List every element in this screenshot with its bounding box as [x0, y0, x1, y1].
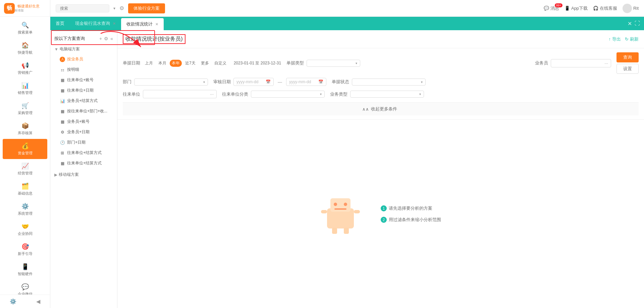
sidebar-collapse-btn[interactable]: ◀ — [36, 298, 40, 305]
tree-item-partner-dept-collect[interactable]: ▦ 按往来单位+部门+收... — [50, 106, 117, 116]
tree-item-partner-settle1[interactable]: ⊞ 往来单位+结算方式 — [50, 148, 117, 158]
tab-home[interactable]: 首页 — [50, 17, 70, 30]
svg-point-3 — [344, 203, 347, 206]
date-tab-7days[interactable]: 近7天 — [183, 60, 198, 67]
partner-more-btn[interactable]: ··· — [210, 92, 214, 97]
sidebar-settings-btn[interactable]: ⚙️ — [10, 298, 16, 305]
tree-item-salesperson-settle[interactable]: 📊 业务员+结算方式 — [50, 96, 117, 106]
export-icon: ↑ — [609, 37, 611, 42]
date-tab-this-month[interactable]: 本月 — [156, 60, 168, 67]
sidebar-label-operations: 经营管理 — [18, 171, 33, 176]
message-button[interactable]: 💬 消息 99+ — [544, 5, 559, 11]
date-range-display: 2023-01-01 至 2023-12-31 — [234, 60, 281, 66]
export-button[interactable]: ↑ 导出 — [609, 36, 621, 42]
filter-setting-button[interactable]: 设置 — [616, 64, 639, 74]
empty-illustration — [320, 192, 361, 236]
tree-item-partner-date[interactable]: ▦ 往来单位+日期 — [50, 85, 117, 96]
sidebar-label-marketing: 营销推广 — [18, 70, 33, 75]
tab-bankflow-close-icon[interactable]: ✕ — [113, 21, 116, 26]
tree-item-salesperson-date[interactable]: ⚙ 业务员+日期 — [50, 127, 117, 137]
doc-status-label: 单据状态 — [332, 79, 349, 85]
tree-item-by-detail[interactable]: ⚏ 按明细 — [50, 64, 117, 75]
biz-type-filter-item: 业务类型 ▾ — [330, 91, 424, 98]
salesperson-more-icon[interactable]: ··· — [604, 61, 608, 66]
sidebar-footer: ⚙️ ◀ — [0, 295, 50, 308]
user-menu-button[interactable]: Rit — [623, 4, 639, 13]
tree-group-desktop-text: 电脑端方案 — [60, 46, 80, 52]
audit-date-start-placeholder: yyyy-mm-dd — [236, 80, 258, 84]
tree-item-partner-settle1-label: 往来单位+结算方式 — [67, 150, 102, 156]
sidebar-item-collab[interactable]: 🤝 企业协同 — [0, 219, 50, 240]
tip-line-2: 2 用过滤条件来缩小分析范围 — [381, 215, 441, 224]
audit-date-start-input[interactable]: yyyy-mm-dd 📅 — [233, 78, 274, 86]
audit-date-end-input[interactable]: yyyy-mm-dd 📅 — [286, 78, 326, 86]
empty-content: 1 请先选择要分析的方案 2 用过滤条件来缩小分析范围 — [320, 192, 441, 236]
app-download-label: App下载 — [571, 5, 588, 11]
partner-dept-icon: ▦ — [60, 109, 65, 114]
sidebar-item-operations[interactable]: 📈 经营管理 — [0, 159, 50, 179]
sidebar-item-basic[interactable]: 🗂️ 基础信息 — [0, 179, 50, 199]
sidebar-item-inventory[interactable]: 📦 库存核算 — [0, 119, 50, 139]
query-button[interactable]: 查询 — [616, 52, 639, 62]
calendar-icon: 📅 — [266, 80, 271, 84]
sidebar-item-wechat[interactable]: 💬 企业微信 — [0, 280, 50, 295]
sidebar-item-search[interactable]: 🔍 搜索菜单 — [0, 18, 50, 38]
empty-tips: 1 请先选择要分析的方案 2 用过滤条件来缩小分析范围 — [381, 204, 441, 224]
add-scheme-icon[interactable]: + — [99, 36, 102, 41]
refresh-button[interactable]: ↻ 刷新 — [625, 36, 639, 42]
tree-item-dept-date[interactable]: 🕐 部门+日期 — [50, 137, 117, 148]
partner-select[interactable]: ··· — [143, 90, 217, 98]
date-tab-more[interactable]: 更多 — [199, 60, 211, 67]
sidebar-item-quicknav[interactable]: 🏠 快捷导航 — [0, 38, 50, 58]
tree-item-salesperson-account-label: 业务员+账号 — [67, 119, 90, 124]
sidebar-item-hardware[interactable]: 📱 智能硬件 — [0, 260, 50, 280]
sidebar-label-quicknav: 快捷导航 — [18, 50, 33, 55]
tree-item-partner-account[interactable]: ▦ 往来单位+账号 — [50, 75, 117, 85]
tree-group-desktop: ▼ 电脑端方案 人 按业务员 ⚏ 按明细 ▦ 往来单位+账号 ▦ 往来单位+ — [50, 44, 117, 168]
biz-type-select[interactable]: ▾ — [350, 91, 424, 98]
online-service-button[interactable]: 🎧 在线客服 — [593, 5, 617, 11]
doc-type-select[interactable]: ▾ — [307, 60, 360, 67]
tab-collection[interactable]: 收款情况统计 ✕ — [121, 18, 164, 30]
doc-status-select[interactable]: ▾ — [352, 79, 426, 86]
search-input[interactable] — [56, 4, 109, 12]
biz-type-arrow-icon: ▾ — [419, 92, 421, 96]
tree-group-mobile-text: 移动端方案 — [59, 172, 79, 177]
sidebar-item-marketing[interactable]: 📢 营销推广 — [0, 58, 50, 79]
maximize-button[interactable]: ⛶ — [635, 20, 640, 27]
salesperson-select[interactable]: ··· — [551, 59, 611, 67]
doc-type-arrow-icon: ▾ — [356, 61, 357, 65]
sidebar-item-sales[interactable]: 📊 销售管理 — [0, 79, 50, 99]
marketing-icon: 📢 — [21, 62, 29, 69]
partner-category-select[interactable]: ▾ — [251, 91, 325, 98]
content-area: 按以下方案查询 + ⚙ « ▼ 电脑端方案 人 按业务员 ⚏ 按 — [50, 30, 644, 308]
sidebar: 畅 畅捷通好生意 标准版 🔍 搜索菜单 🏠 快捷导航 📢 营销推广 📊 销售管理… — [0, 0, 50, 308]
trial-button[interactable]: 体验行业方案 — [128, 3, 165, 13]
tree-item-partner-date-label: 往来单位+日期 — [67, 88, 94, 93]
panel-collapse-icon[interactable]: « — [110, 36, 113, 41]
tree-group-desktop-label[interactable]: ▼ 电脑端方案 — [50, 44, 117, 54]
tree-group-mobile-label[interactable]: ▶ 移动端方案 — [50, 170, 117, 179]
tab-bankflow[interactable]: 现金银行流水查询 ✕ — [70, 17, 121, 30]
settings-icon[interactable]: ⚙ — [119, 5, 124, 11]
scheme-settings-icon[interactable]: ⚙ — [104, 36, 108, 41]
sidebar-item-guide[interactable]: 🎯 新手引导 — [0, 240, 50, 260]
collapse-bar[interactable]: ∧∧ 收起更多条件 — [123, 102, 639, 115]
tab-collection-close-icon[interactable]: ✕ — [155, 22, 158, 27]
date-tab-last-month[interactable]: 上月 — [143, 60, 155, 67]
dept-select[interactable]: ▾ — [134, 79, 208, 86]
sidebar-item-system[interactable]: ⚙️ 系统管理 — [0, 199, 50, 219]
app-download-button[interactable]: 📱 App下载 — [565, 5, 588, 11]
dropdown-arrow-icon[interactable]: ▾ — [113, 6, 115, 11]
sidebar-item-purchase[interactable]: 🛒 采购管理 — [0, 99, 50, 119]
date-tab-custom[interactable]: 自定义 — [212, 60, 228, 67]
tree-item-partner-settle2[interactable]: ▦ 往来单位+结算方式 — [50, 158, 117, 168]
sidebar-nav: 🔍 搜索菜单 🏠 快捷导航 📢 营销推广 📊 销售管理 🛒 采购管理 📦 库存核… — [0, 17, 50, 295]
tree-item-salesperson-account[interactable]: ▦ 业务员+账号 — [50, 116, 117, 127]
app-download-icon: 📱 — [565, 6, 570, 11]
sidebar-item-finance[interactable]: 💰 资金管理 — [3, 139, 47, 159]
page-title-bar: 收款情况统计(按业务员) ↑ 导出 ↻ 刷新 — [117, 30, 644, 48]
tree-item-by-salesperson[interactable]: 人 按业务员 — [50, 54, 117, 64]
date-tab-this-year[interactable]: 本年 — [170, 60, 182, 67]
close-window-button[interactable]: ✕ — [628, 20, 632, 27]
